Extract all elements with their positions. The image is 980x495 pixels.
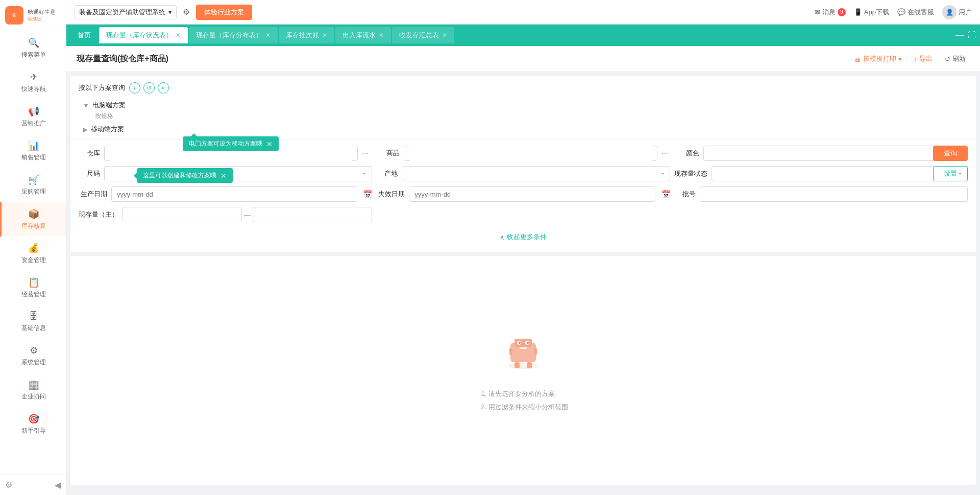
sidebar-item-sales[interactable]: 📊 销售管理 (0, 134, 66, 168)
sidebar-item-finance[interactable]: 💰 资金管理 (0, 237, 66, 271)
stock-main-max-input[interactable] (253, 207, 372, 222)
scheme-mobile-row[interactable]: ▶ 移动端方案 (79, 124, 968, 135)
prod-date-input[interactable] (111, 186, 357, 202)
page-title: 现存量查询(按仓库+商品) (77, 54, 168, 64)
msg-badge: 9 (838, 8, 846, 16)
warehouse-dots[interactable]: ··· (362, 149, 374, 158)
enterprise-icon: 🏢 (28, 379, 39, 390)
sidebar-item-marketing[interactable]: 📢 营销推广 (0, 100, 66, 134)
gear-button[interactable]: ⚙ (183, 7, 190, 17)
scheme-desktop-row[interactable]: ▼ 电脑端方案 (79, 100, 968, 111)
main-area: 装备及固定资产辅助管理系统 ▾ ⚙ 体验行业方案 ✉ 消息 9 📱 App下载 … (66, 0, 980, 495)
online-support-label: 在线客服 (908, 8, 934, 17)
tab-expand-icon[interactable]: ⛶ (968, 31, 976, 40)
sidebar-settings-btn[interactable]: ⚙ (5, 480, 12, 490)
marketing-icon: 📢 (28, 106, 39, 117)
collapse-bar[interactable]: ∧ 收起更多条件 (79, 228, 968, 246)
tab-batch[interactable]: 库存批次账 ✕ (279, 27, 334, 43)
search-nav-icon: 🔍 (28, 37, 39, 49)
tab-home[interactable]: 首页 (70, 27, 98, 43)
tab-label: 现存量（库存状况表） (106, 31, 173, 40)
stock-status-select[interactable] (712, 166, 968, 181)
filter-back-btn[interactable]: « (158, 82, 169, 93)
goods-dots[interactable]: ··· (662, 149, 674, 158)
filter-expiry-date: 失效日期 📅 (376, 186, 670, 202)
sidebar-bottom: ⚙ ◀ (0, 475, 66, 495)
logo-badge: 标准版 (28, 16, 56, 22)
sidebar-item-label: 搜索菜单 (21, 51, 46, 59)
content-area: 现存量查询(按仓库+商品) 🖨 按模板打印 ▾ ↑ 导出 ↺ 刷新 (66, 46, 980, 495)
goods-input[interactable] (408, 146, 653, 161)
svg-rect-11 (534, 348, 537, 355)
svg-rect-12 (514, 362, 520, 368)
sidebar-item-quick[interactable]: ✈ 快速导航 (0, 65, 66, 100)
sidebar-item-search[interactable]: 🔍 搜索菜单 (0, 31, 66, 65)
user-avatar: 👤 (942, 5, 957, 19)
sidebar: 6 畅通好生意 标准版 🔍 搜索菜单 ✈ 快速导航 📢 营销推广 (0, 0, 66, 495)
stock-main-min-input[interactable] (122, 207, 242, 222)
filter-goods: 商品 (378, 146, 657, 161)
tab-inventory-status[interactable]: 现存量（库存状况表） ✕ (99, 27, 188, 43)
tab-inventory-dist[interactable]: 现存量（库存分布表） ✕ (189, 27, 278, 43)
filter-refresh-btn[interactable]: ↺ (143, 82, 155, 93)
tooltip-close-btn1[interactable]: ✕ (266, 140, 273, 148)
tab-close-icon[interactable]: ✕ (265, 32, 271, 39)
query-btn[interactable]: 查询 (933, 146, 968, 161)
purchase-icon: 🛒 (28, 174, 39, 185)
sidebar-item-enterprise[interactable]: 🏢 企业协同 (0, 373, 66, 407)
tab-bar: 首页 现存量（库存状况表） ✕ 现存量（库存分布表） ✕ 库存批次账 ✕ 出入库… (66, 25, 980, 46)
sidebar-item-operation[interactable]: 📋 经营管理 (0, 271, 66, 305)
color-select[interactable] (703, 146, 957, 161)
reset-btn[interactable]: 设置 (933, 166, 968, 181)
filter-header: 按以下方案查询 + ↺ « (79, 82, 968, 93)
guide-icon: 🎯 (28, 413, 39, 425)
online-support-btn[interactable]: 💬 在线客服 (897, 8, 934, 17)
system-selector[interactable]: 装备及固定资产辅助管理系统 ▾ (75, 5, 177, 19)
tab-close-icon[interactable]: ✕ (379, 32, 384, 39)
expiry-date-input[interactable] (409, 186, 655, 202)
sidebar-item-purchase[interactable]: 🛒 采购管理 (0, 168, 66, 202)
print-icon: 🖨 (854, 55, 861, 63)
tab-receipt[interactable]: 收发存汇总表 ✕ (392, 27, 454, 43)
sidebar-item-label: 企业协同 (21, 392, 46, 401)
empty-hints: 请先选择要分析的方案 用过滤条件来缩小分析范围 (478, 387, 568, 414)
expiry-date-calendar-icon[interactable]: 📅 (662, 190, 670, 198)
sidebar-item-label: 基础信息 (21, 324, 46, 333)
origin-select[interactable] (402, 166, 670, 181)
industry-btn[interactable]: 体验行业方案 (196, 5, 252, 20)
refresh-label: 刷新 (952, 54, 966, 63)
tab-close-icon[interactable]: ✕ (322, 32, 327, 39)
svg-rect-13 (527, 362, 532, 368)
sidebar-item-label: 新手引导 (21, 427, 46, 435)
refresh-btn[interactable]: ↺ 刷新 (941, 52, 970, 65)
sidebar-collapse-btn[interactable]: ◀ (55, 480, 61, 490)
filter-add-btn[interactable]: + (129, 82, 140, 93)
batch-input[interactable] (700, 186, 968, 202)
sidebar-item-basic[interactable]: 🗄 基础信息 (0, 305, 66, 339)
export-btn[interactable]: ↑ 导出 (910, 52, 937, 65)
tooltip-close-btn2[interactable]: ✕ (220, 172, 227, 180)
filter-label: 按以下方案查询 (79, 83, 125, 92)
filter-batch: 批号 (674, 186, 968, 202)
tab-close-icon[interactable]: ✕ (176, 32, 181, 39)
tab-close-icon[interactable]: ✕ (442, 32, 447, 39)
color-label: 颜色 (678, 149, 699, 158)
user-menu[interactable]: 👤 用户 (942, 5, 972, 19)
scheme-desktop-sub[interactable]: 按规格 (91, 111, 968, 122)
message-icon: ✉ (815, 8, 820, 16)
sidebar-item-inventory[interactable]: 📦 库存核算 (0, 202, 66, 237)
message-btn[interactable]: ✉ 消息 9 (815, 8, 846, 17)
sidebar-item-system[interactable]: ⚙ 系统管理 (0, 339, 66, 373)
sidebar-item-guide[interactable]: 🎯 新手引导 (0, 407, 66, 441)
tab-inout[interactable]: 出入库流水 ✕ (335, 27, 391, 43)
scheme-arrow-icon2: ▶ (83, 126, 88, 133)
tab-minimize-icon[interactable]: — (955, 31, 964, 40)
warehouse-label: 仓库 (79, 149, 100, 158)
export-icon: ↑ (914, 55, 918, 63)
filter-production-date: 生产日期 📅 (79, 186, 372, 202)
sidebar-item-label: 资金管理 (21, 256, 46, 265)
prod-date-calendar-icon[interactable]: 📅 (363, 190, 372, 198)
print-btn[interactable]: 🖨 按模板打印 ▾ (850, 52, 906, 65)
app-download-btn[interactable]: 📱 App下载 (854, 8, 889, 17)
svg-point-7 (519, 342, 521, 344)
